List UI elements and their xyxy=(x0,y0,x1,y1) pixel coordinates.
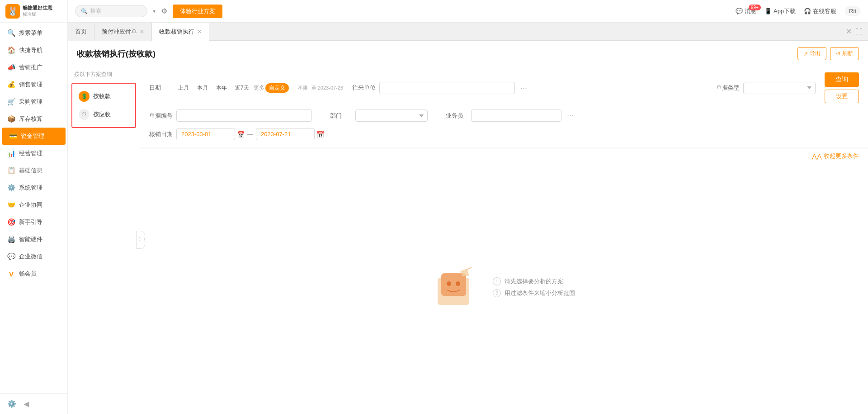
filter-panel-collapse[interactable]: 〈〈 xyxy=(136,231,145,249)
sidebar-item-marketing[interactable]: 📣 营销推广 xyxy=(0,59,67,76)
sidebar-item-basic[interactable]: 📋 基础信息 xyxy=(0,162,67,179)
home-icon: 🏠 xyxy=(7,46,15,54)
topbar-dropdown-icon[interactable]: ▾ xyxy=(153,8,156,14)
filter-panel-title: 按以下方案查询 xyxy=(71,71,136,78)
tab-close-all-icon[interactable]: ✕ xyxy=(846,27,852,36)
writeoff-date-start-input[interactable] xyxy=(176,128,235,140)
empty-texts: 1 请先选择要分析的方案 2 用过滤条件来缩小分析范围 xyxy=(493,277,575,301)
date-tab-more[interactable]: 更多 xyxy=(254,84,264,92)
sidebar-item-collab[interactable]: 🤝 企业协同 xyxy=(0,196,67,214)
sidebar-item-label: 企业协同 xyxy=(19,201,42,209)
sidebar-item-inventory[interactable]: 📦 库存核算 xyxy=(0,110,67,128)
topbar-app-download[interactable]: 📱 App下载 xyxy=(764,7,796,15)
topbar-message[interactable]: 💬 消息 99+ xyxy=(736,7,756,15)
dept-label: 部门 xyxy=(330,112,352,120)
collapse-conditions-label: 收起更多条件 xyxy=(824,152,859,160)
sidebar-item-quicknav[interactable]: 🏠 快捷导航 xyxy=(0,42,67,59)
tab-prepay-close[interactable]: ✕ xyxy=(140,29,144,34)
sidebar-item-finance[interactable]: 💳 资金管理 xyxy=(2,128,66,145)
app-icon: 📱 xyxy=(764,8,772,14)
sidebar-item-purchase[interactable]: 🛒 采购管理 xyxy=(0,93,67,110)
megaphone-icon: 📣 xyxy=(7,63,15,71)
tab-prepay[interactable]: 预付冲应付单 ✕ xyxy=(94,23,152,41)
sidebar-item-label: 快捷导航 xyxy=(19,46,42,54)
tab-maximize-icon[interactable]: ⛶ xyxy=(855,28,863,36)
filter-item-by-receipt[interactable]: 💲 按收款 xyxy=(74,87,133,105)
form-row-2: 单据编号 部门 业务员 ··· xyxy=(149,109,859,122)
sidebar-item-member[interactable]: V 畅会员 xyxy=(0,265,67,282)
form-row-3: 核销日期 📅 — 📅 xyxy=(149,128,859,140)
filter-item-receipt-label: 按收款 xyxy=(93,92,111,100)
empty-step-2: 2 用过滤条件来缩小分析范围 xyxy=(493,289,575,297)
topbar-service[interactable]: 🎧 在线客服 xyxy=(804,7,836,15)
industry-btn[interactable]: 体验行业方案 xyxy=(173,5,222,18)
query-btn-area: 查询 设置 xyxy=(825,72,859,103)
svg-point-2 xyxy=(447,281,451,286)
topbar-search[interactable]: 🔍 搜索 xyxy=(75,5,147,17)
sidebar-item-label: 企业微信 xyxy=(19,252,42,261)
sidebar-item-label: 畅会员 xyxy=(19,270,37,278)
logo-text-block: 畅捷通好生意 标准版 xyxy=(23,5,52,18)
logo-subtitle: 标准版 xyxy=(23,11,52,18)
empty-illustration xyxy=(433,266,478,312)
empty-svg xyxy=(433,266,478,312)
sidebar-item-business[interactable]: 📊 经营管理 xyxy=(0,145,67,162)
sidebar-item-system[interactable]: ⚙️ 系统管理 xyxy=(0,179,67,196)
filter-item-by-receivable[interactable]: ⏱ 按应收 xyxy=(74,105,133,124)
sidebar-item-label: 资金管理 xyxy=(21,132,44,140)
date-tab-custom[interactable]: 自定义 xyxy=(265,83,289,93)
date-tab-last-month[interactable]: 上月 xyxy=(175,83,193,93)
calendar-start-icon[interactable]: 📅 xyxy=(237,131,245,138)
service-label: 在线客服 xyxy=(813,7,836,15)
collapse-conditions-bar[interactable]: ⋀⋀ 收起更多条件 xyxy=(140,148,868,164)
bill-type-select[interactable] xyxy=(743,82,816,94)
settings-bottom-icon[interactable]: ⚙️ xyxy=(7,400,16,408)
empty-step-1-label: 请先选择要分析的方案 xyxy=(505,277,563,286)
calendar-end-icon[interactable]: 📅 xyxy=(316,131,324,138)
tab-writeoff[interactable]: 收款核销执行 ✕ xyxy=(152,23,209,41)
message-badge: 99+ xyxy=(749,5,761,10)
date-tab-7days[interactable]: 近7天 xyxy=(231,83,253,93)
date-tab-this-year[interactable]: 本年 xyxy=(212,83,231,93)
date-range-separator: — xyxy=(247,131,253,138)
staff-label: 业务员 xyxy=(446,112,467,120)
query-button[interactable]: 查询 xyxy=(825,72,859,87)
sidebar-item-label: 库存核算 xyxy=(19,115,42,123)
bill-type-label: 单据类型 xyxy=(716,84,740,92)
date-tab-this-month[interactable]: 本月 xyxy=(193,83,212,93)
setting-button[interactable]: 设置 xyxy=(825,90,859,103)
empty-step-2-label: 用过滤条件来缩小分析范围 xyxy=(505,289,575,297)
writeoff-date-range: 📅 — 📅 xyxy=(176,128,324,140)
tab-writeoff-close[interactable]: ✕ xyxy=(197,29,202,34)
sidebar-item-label: 智能硬件 xyxy=(19,235,42,243)
topbar-user[interactable]: Rit xyxy=(844,6,861,16)
sidebar-item-sales[interactable]: 💰 销售管理 xyxy=(0,76,67,93)
receipt-icon: 💲 xyxy=(79,91,90,102)
counterpart-more-icon[interactable]: ··· xyxy=(520,83,527,93)
tab-writeoff-label: 收款核销执行 xyxy=(159,28,194,36)
tab-home[interactable]: 首页 xyxy=(68,23,94,41)
topbar: 🔍 搜索 ▾ ⚙ 体验行业方案 💬 消息 99+ 📱 App下载 🎧 在线客服 … xyxy=(68,0,868,23)
staff-more-icon[interactable]: ··· xyxy=(567,111,574,120)
app-label: App下载 xyxy=(774,7,796,15)
staff-field: 业务员 ··· xyxy=(446,109,574,122)
bill-no-input[interactable] xyxy=(176,109,312,122)
sidebar-item-wechat[interactable]: 💬 企业微信 xyxy=(0,248,67,265)
refresh-button[interactable]: ↺ 刷新 xyxy=(830,47,859,60)
printer-icon: 🖨️ xyxy=(7,235,15,243)
dept-select[interactable] xyxy=(355,109,428,122)
page-actions: ↗ 导出 ↺ 刷新 xyxy=(797,47,859,60)
sidebar-item-search[interactable]: 🔍 搜索菜单 xyxy=(0,24,67,42)
topbar-gear-icon[interactable]: ⚙ xyxy=(161,7,167,15)
counterpart-input[interactable] xyxy=(379,82,515,94)
refresh-icon: ↺ xyxy=(836,51,840,57)
sidebar-item-label: 新手引导 xyxy=(19,218,42,226)
sidebar-item-hardware[interactable]: 🖨️ 智能硬件 xyxy=(0,231,67,248)
collapse-sidebar-icon[interactable]: ◀ xyxy=(24,400,29,408)
sidebar-item-guide[interactable]: 🎯 新手引导 xyxy=(0,214,67,231)
writeoff-date-end-input[interactable] xyxy=(256,128,315,140)
writeoff-date-field: 核销日期 📅 — 📅 xyxy=(149,128,324,140)
svg-rect-1 xyxy=(441,273,466,296)
staff-input[interactable] xyxy=(471,109,561,122)
export-button[interactable]: ↗ 导出 xyxy=(797,47,826,60)
